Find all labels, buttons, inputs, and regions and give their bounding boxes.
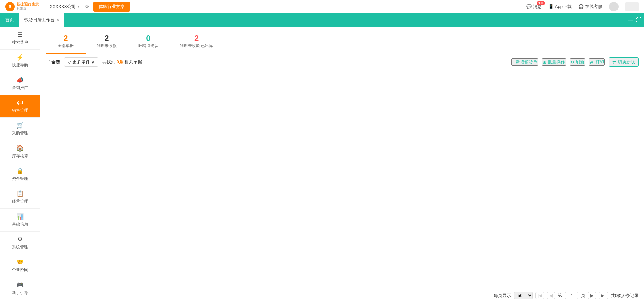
tab-qianhuoricheng[interactable]: 钱货日清工作台 ×	[19, 13, 64, 27]
found-count: 0条	[117, 59, 123, 64]
page-number-input[interactable]	[565, 292, 578, 299]
search-menu-icon: ☰	[17, 31, 23, 38]
batch-label: 批量操作	[548, 59, 565, 65]
batch-operation-button[interactable]: ⊞ 批量操作	[542, 58, 566, 66]
settings-icon[interactable]: ⚙	[85, 3, 89, 10]
tab-close-icon[interactable]: ×	[57, 18, 59, 22]
stat-tab-all[interactable]: 2 全部单据	[46, 31, 86, 54]
online-service-label: 在线客服	[585, 4, 602, 10]
guide-icon: 🎮	[16, 281, 24, 289]
sidebar-item-guide[interactable]: 🎮 新手引导	[0, 277, 40, 300]
print-button[interactable]: 🖨 打印	[589, 58, 605, 66]
content-area: 2 全部单据 2 到期未收款 0 旺辅待确认 2 到期未收款 已出库 全选	[40, 27, 644, 302]
sidebar-item-label: 经营管理	[12, 199, 28, 204]
tab-bar: 首页 钱货日清工作台 × — ⛶	[0, 13, 644, 27]
last-page-button[interactable]: ▶|	[599, 292, 608, 299]
tab-maximize-button[interactable]: ⛶	[636, 17, 641, 23]
try-industry-button[interactable]: 体验行业方案	[93, 2, 130, 12]
clipboard-icon: 📋	[16, 190, 24, 197]
tab-actions: — ⛶	[628, 17, 644, 23]
refresh-label: 刷新	[576, 59, 584, 65]
company-name: XXXXXX公司	[50, 4, 76, 10]
select-all-label: 全选	[51, 59, 60, 65]
sidebar-item-sales[interactable]: 🏷 销售管理	[0, 95, 40, 118]
message-badge: 99+	[537, 1, 545, 5]
logo-text-area: 畅捷通好生意 标准版	[17, 2, 39, 11]
stats-tabs: 2 全部单据 2 到期未收款 0 旺辅待确认 2 到期未收款 已出库	[40, 27, 644, 54]
gear-icon: ⚙	[17, 236, 23, 243]
top-bar-left: 6 畅捷通好生意 标准版 XXXXXX公司 ▼ ⚙ 体验行业方案	[5, 2, 130, 12]
logo-area: 6 畅捷通好生意 标准版	[5, 2, 46, 11]
tag-icon: 🏷	[17, 99, 23, 106]
sidebar-item-label: 系统管理	[12, 244, 28, 250]
sidebar-item-inventory[interactable]: 🏠 库存核算	[0, 140, 40, 163]
top-bar: 6 畅捷通好生意 标准版 XXXXXX公司 ▼ ⚙ 体验行业方案 💬 消息 99…	[0, 0, 644, 13]
stat-label-overdue: 到期未收款	[97, 43, 117, 49]
sidebar-item-appstore[interactable]: 📦 应用中心	[0, 300, 40, 302]
found-prefix: 共找到	[102, 59, 115, 64]
sidebar-item-enterprise[interactable]: 🤝 企业协同	[0, 254, 40, 277]
sidebar-item-marketing[interactable]: 📣 营销推广	[0, 72, 40, 95]
refresh-button[interactable]: ↺ 刷新	[570, 58, 585, 66]
message-icon: 💬	[526, 4, 532, 9]
app-download-icon: 📱	[548, 4, 554, 9]
sidebar-item-label: 基础信息	[12, 222, 28, 227]
stat-tab-pending[interactable]: 0 旺辅待确认	[127, 31, 169, 54]
filter-btn-label: 更多条件	[72, 59, 90, 65]
app-download-button[interactable]: 📱 App下载	[548, 4, 572, 10]
stat-tab-overdue[interactable]: 2 到期未收款	[86, 31, 127, 54]
chevron-down-icon: ∨	[91, 60, 95, 65]
logo-sub: 标准版	[17, 6, 39, 11]
sidebar-item-search[interactable]: ☰ 搜索菜单	[0, 27, 40, 50]
first-page-button[interactable]: |◀	[535, 292, 544, 299]
main-layout: ☰ 搜索菜单 ⚡ 快捷导航 📣 营销推广 🏷 销售管理 🛒 采购管理 🏠 库存核…	[0, 27, 644, 302]
sidebar-item-basic[interactable]: 📊 基础信息	[0, 209, 40, 232]
message-button[interactable]: 💬 消息 99+	[526, 4, 542, 10]
stat-num-overdue: 2	[104, 34, 109, 43]
sidebar-item-label: 企业协同	[12, 267, 28, 273]
sidebar-item-capital[interactable]: 🔒 资金管理	[0, 163, 40, 186]
more-filter-button[interactable]: ▽ 更多条件 ∨	[64, 57, 98, 67]
filter-icon: ▽	[68, 60, 71, 65]
per-page-label: 每页显示	[494, 293, 511, 299]
sidebar: ☰ 搜索菜单 ⚡ 快捷导航 📣 营销推广 🏷 销售管理 🛒 采购管理 🏠 库存核…	[0, 27, 40, 302]
switch-label: 切换新版	[618, 59, 635, 65]
company-selector[interactable]: XXXXXX公司 ▼	[50, 4, 80, 10]
sidebar-item-system[interactable]: ⚙ 系统管理	[0, 232, 40, 254]
sidebar-item-operation[interactable]: 📋 经营管理	[0, 186, 40, 209]
stat-tab-shipped[interactable]: 2 到期未收款 已出库	[169, 31, 224, 54]
prev-page-button[interactable]: ◀	[547, 292, 555, 299]
stat-label-pending: 旺辅待确认	[138, 43, 158, 49]
cart-icon: 🛒	[16, 122, 24, 129]
lightning-icon: ⚡	[16, 54, 24, 61]
add-sales-order-button[interactable]: + 新增销货单	[511, 58, 538, 66]
sidebar-item-label: 搜索菜单	[12, 40, 28, 45]
select-all-input[interactable]	[46, 60, 50, 64]
logo-icon: 6	[5, 2, 15, 11]
online-service-button[interactable]: 🎧 在线客服	[578, 4, 602, 10]
next-page-button[interactable]: ▶	[588, 292, 596, 299]
per-page-select[interactable]: 50 100 200	[514, 292, 533, 299]
user-name-area[interactable]	[625, 2, 639, 11]
sidebar-item-label: 资金管理	[12, 176, 28, 182]
tab-minimize-button[interactable]: —	[628, 17, 633, 23]
logo-name: 畅捷通好生意	[17, 2, 39, 6]
sidebar-item-purchase[interactable]: 🛒 采购管理	[0, 118, 40, 140]
app-download-label: App下载	[555, 4, 572, 10]
sidebar-item-label: 采购管理	[12, 130, 28, 136]
sidebar-item-label: 快捷导航	[12, 62, 28, 68]
table-area	[40, 70, 644, 289]
tab-home[interactable]: 首页	[0, 13, 19, 27]
megaphone-icon: 📣	[16, 76, 24, 84]
sidebar-item-label: 营销推广	[12, 85, 28, 91]
switch-new-version-button[interactable]: ⇄ 切换新版	[609, 57, 639, 67]
stat-num-shipped: 2	[194, 34, 199, 43]
avatar[interactable]	[609, 2, 619, 11]
page-label: 第	[558, 293, 562, 299]
stat-num-all: 2	[63, 34, 68, 43]
select-all-checkbox[interactable]: 全选	[46, 59, 60, 65]
sidebar-item-shortcut[interactable]: ⚡ 快捷导航	[0, 50, 40, 72]
print-icon: 🖨	[590, 60, 594, 65]
toolbar: 全选 ▽ 更多条件 ∨ 共找到 0条 相关单据 + 新增销货单 ⊞ 批量操作	[40, 54, 644, 70]
batch-icon: ⊞	[543, 60, 546, 65]
